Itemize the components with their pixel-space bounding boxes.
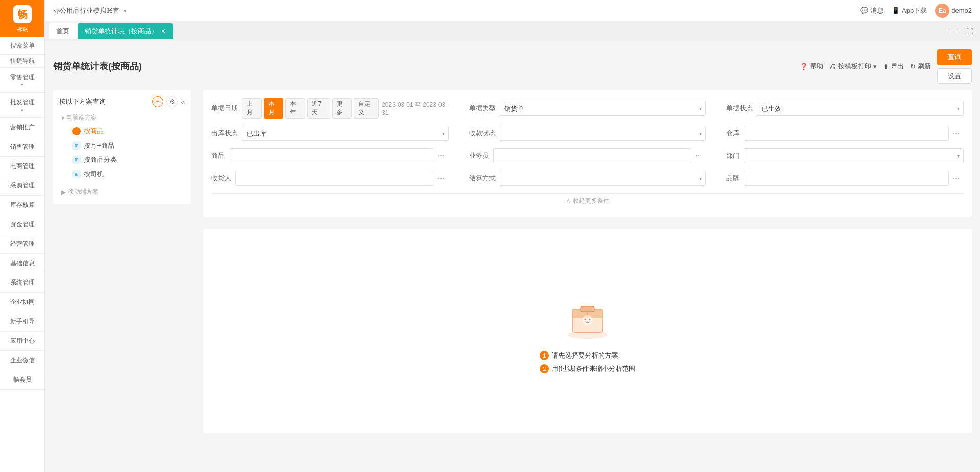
date-pill-last-month[interactable]: 上月 (242, 98, 262, 119)
tree-item-by-category[interactable]: ⊞ 按商品分类 (69, 153, 185, 167)
app-download-label: App下载 (902, 6, 927, 15)
tree-item-by-month-goods[interactable]: ⊞ 按月+商品 (69, 138, 185, 153)
staff-input[interactable] (493, 148, 691, 163)
receiver-dots-icon[interactable]: ··· (433, 174, 448, 183)
sidebar-item-ecommerce[interactable]: 电商管理 (0, 157, 44, 176)
tab-minimize-button[interactable]: — (947, 25, 960, 37)
type-select[interactable]: 销货单 (500, 101, 706, 116)
tab-report[interactable]: 销货单统计表（按商品） ✕ (78, 23, 173, 39)
date-range-text: 2023-03-01 至 2023-03-31 (382, 101, 448, 116)
side-panel: 按以下方案查询 + ⚙ « ▾ 电脑端方案 (53, 90, 191, 204)
by-month-goods-icon: ⊞ (72, 141, 81, 150)
brand-input[interactable] (744, 171, 948, 186)
message-button[interactable]: 💬 消息 (860, 6, 884, 15)
settle-select-wrapper: ▾ (500, 171, 706, 186)
date-pill-custom[interactable]: 自定义 (354, 98, 379, 119)
out-status-select[interactable]: 已出库 (242, 126, 449, 141)
pc-section-label: 电脑端方案 (66, 113, 97, 122)
mobile-section-arrow-icon: ▶ (61, 188, 66, 196)
sidebar-item-system[interactable]: 系统管理 (0, 273, 44, 293)
breadcrumb-dropdown-icon[interactable]: ▾ (124, 7, 127, 14)
sidebar-item-ops[interactable]: 经营管理 (0, 234, 44, 254)
by-category-icon: ⊞ (72, 156, 81, 164)
date-pill-this-month[interactable]: 本月 (264, 98, 284, 119)
sidebar-item-member[interactable]: 畅会员 (0, 370, 44, 390)
goods-dots-icon[interactable]: ··· (433, 151, 448, 160)
app-download-button[interactable]: 📱 App下载 (892, 6, 927, 15)
template-print-button[interactable]: 🖨 按模板打印 ▾ (829, 62, 877, 71)
sidebar-search-menu[interactable]: 搜索菜单 (0, 37, 44, 55)
print-icon: 🖨 (829, 63, 836, 70)
add-scheme-button[interactable]: + (152, 96, 163, 107)
collect-status-select[interactable] (500, 126, 706, 141)
status-select[interactable]: 已生效 (757, 101, 964, 116)
sidebar-item-inventory[interactable]: 库存核算 (0, 196, 44, 215)
refresh-button[interactable]: ↻ 刷新 (910, 62, 931, 71)
tabs-bar: 首页 销货单统计表（按商品） ✕ — ⛶ (45, 21, 980, 41)
settle-select[interactable] (500, 171, 706, 186)
side-panel-title: 按以下方案查询 (59, 97, 106, 106)
ecommerce-label: 电商管理 (0, 162, 44, 171)
sidebar-item-finance[interactable]: 资金管理 (0, 215, 44, 234)
sidebar-quick-nav[interactable]: 快捷导航 (0, 55, 44, 68)
refresh-label: 刷新 (918, 62, 931, 71)
tree-item-by-goods[interactable]: 按商品 (69, 124, 185, 138)
date-pill-more[interactable]: 更多 (332, 98, 352, 119)
mobile-section-header[interactable]: ▶ 移动端方案 (59, 185, 185, 198)
settings-button[interactable]: 设置 (937, 68, 972, 84)
dept-select[interactable] (744, 148, 964, 163)
goods-input[interactable] (229, 148, 433, 163)
staff-dots-icon[interactable]: ··· (691, 151, 706, 160)
filter-status: 单据状态 已生效 ▾ (726, 101, 964, 116)
export-button[interactable]: ⬆ 导出 (883, 62, 904, 71)
marketing-label: 营销推广 (0, 123, 44, 132)
collect-status-select-wrapper: ▾ (500, 126, 706, 141)
logo-char: 畅 (17, 8, 28, 21)
purchase-label: 采购管理 (0, 181, 44, 190)
main-area: 办公用品行业模拟账套 ▾ 💬 消息 📱 App下载 Ea demo2 首页 销货… (45, 0, 980, 472)
date-filter: 上月 本月 本年 近7天 更多 自定义 2023-03-01 至 2023-03… (242, 98, 449, 119)
warehouse-input[interactable] (744, 126, 948, 141)
tab-maximize-button[interactable]: ⛶ (964, 25, 976, 37)
date-pill-7days[interactable]: 近7天 (307, 98, 330, 119)
filter-date: 单据日期 上月 本月 本年 近7天 更多 自定义 20 (211, 98, 449, 119)
brand-dots-icon[interactable]: ··· (949, 174, 964, 183)
query-button[interactable]: 查询 (937, 49, 972, 65)
sidebar-item-marketing[interactable]: 营销推广 (0, 118, 44, 137)
sidebar-item-wholesale[interactable]: 批发管理 ▴ (0, 93, 44, 118)
empty-illustration (559, 289, 616, 345)
user-name: demo2 (951, 7, 972, 14)
export-label: 导出 (891, 62, 904, 71)
help-button[interactable]: ❓ 帮助 (800, 62, 823, 71)
cooperation-label: 企业协同 (0, 298, 44, 306)
sidebar-item-purchase[interactable]: 采购管理 (0, 176, 44, 196)
warehouse-dots-icon[interactable]: ··· (949, 129, 964, 138)
sidebar-item-appcenter[interactable]: 应用中心 (0, 332, 44, 351)
sidebar-logo[interactable]: 畅 标账 (0, 0, 44, 37)
finance-label: 资金管理 (0, 220, 44, 229)
page-content: 销货单统计表(按商品) ❓ 帮助 🖨 按模板打印 ▾ ⬆ 导出 ↻ 刷新 (45, 41, 980, 472)
tab-close-icon[interactable]: ✕ (161, 28, 166, 35)
tab-home[interactable]: 首页 (49, 23, 77, 39)
page-actions: ❓ 帮助 🖨 按模板打印 ▾ ⬆ 导出 ↻ 刷新 查询 (800, 49, 972, 84)
sidebar-item-wechat[interactable]: 企业微信 (0, 351, 44, 370)
sidebar-item-retail[interactable]: 零售管理 ▾ (0, 68, 44, 93)
sidebar-item-newguide[interactable]: 新手引导 (0, 312, 44, 332)
filter-row-3: 商品 ··· 业务员 ··· 部门 (211, 148, 964, 163)
side-panel-collapse-icon[interactable]: « (181, 98, 185, 106)
side-panel-header: 按以下方案查询 + ⚙ « (59, 96, 185, 107)
date-pill-this-year[interactable]: 本年 (285, 98, 305, 119)
sidebar-item-basic[interactable]: 基础信息 (0, 254, 44, 273)
settle-label: 结算方式 (469, 174, 496, 183)
receiver-input[interactable] (235, 171, 433, 186)
step-1-text: 请先选择要分析的方案 (552, 351, 618, 360)
basic-label: 基础信息 (0, 259, 44, 268)
main-area-right: 单据日期 上月 本月 本年 近7天 更多 自定义 20 (203, 90, 972, 433)
tree-item-by-cashier[interactable]: ⊞ 按司机 (69, 167, 185, 181)
scheme-settings-button[interactable]: ⚙ (166, 96, 178, 107)
sidebar-item-cooperation[interactable]: 企业协同 (0, 293, 44, 312)
user-menu[interactable]: Ea demo2 (935, 4, 972, 18)
collapse-bar[interactable]: ∧ 收起更多条件 (211, 193, 964, 208)
sidebar-item-sales[interactable]: 销售管理 (0, 137, 44, 157)
appcenter-label: 应用中心 (0, 337, 44, 345)
